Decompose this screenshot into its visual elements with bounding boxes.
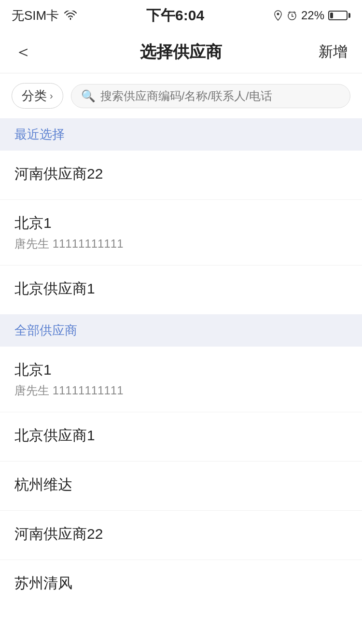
recent-section-header: 最近选择: [0, 118, 362, 151]
all-list-item[interactable]: 河南供应商22: [0, 511, 362, 560]
wifi-icon: [64, 11, 77, 20]
all-item-name: 北京1: [14, 360, 348, 380]
all-list-item[interactable]: 北京供应商1: [0, 412, 362, 462]
recent-item-name: 河南供应商22: [14, 164, 348, 184]
status-right: 22%: [273, 9, 350, 22]
search-input[interactable]: [100, 89, 340, 103]
all-section-label: 全部供应商: [14, 323, 77, 337]
battery-percent: 22%: [301, 9, 324, 22]
all-item-name: 北京供应商1: [14, 426, 348, 446]
back-button[interactable]: ＜: [14, 40, 43, 64]
battery-indicator: [328, 11, 350, 20]
status-time: 下午6:04: [146, 6, 204, 26]
recent-list-item[interactable]: 北京供应商1: [0, 266, 362, 314]
alarm-icon: [287, 10, 297, 21]
recent-section-label: 最近选择: [14, 127, 65, 141]
all-section-header: 全部供应商: [0, 314, 362, 347]
category-button[interactable]: 分类 ›: [12, 83, 63, 109]
search-box[interactable]: 🔍: [71, 84, 350, 108]
add-button[interactable]: 新增: [319, 42, 348, 62]
status-bar: 无SIM卡 下午6:04 22%: [0, 0, 362, 31]
recent-list-item[interactable]: 北京1唐先生 11111111111: [0, 200, 362, 266]
all-list-item[interactable]: 北京1唐先生 11111111111: [0, 347, 362, 412]
nav-bar: ＜ 选择供应商 新增: [0, 31, 362, 73]
chevron-right-icon: ›: [50, 90, 53, 101]
recent-list-item[interactable]: 河南供应商22: [0, 151, 362, 200]
search-icon: 🔍: [81, 89, 96, 103]
status-left: 无SIM卡: [12, 7, 77, 24]
page-title: 选择供应商: [140, 41, 222, 63]
all-item-name: 河南供应商22: [14, 524, 348, 544]
category-label: 分类: [22, 87, 47, 104]
location-icon: [273, 10, 283, 21]
carrier-label: 无SIM卡: [12, 7, 59, 24]
all-list-item[interactable]: 杭州维达: [0, 462, 362, 511]
recent-list: 河南供应商22北京1唐先生 11111111111北京供应商1: [0, 151, 362, 314]
all-list: 北京1唐先生 11111111111北京供应商1杭州维达河南供应商22苏州清风: [0, 347, 362, 609]
recent-item-name: 北京供应商1: [14, 279, 348, 299]
recent-item-name: 北京1: [14, 213, 348, 233]
all-item-name: 杭州维达: [14, 475, 348, 495]
all-item-name: 苏州清风: [14, 574, 348, 593]
filter-row: 分类 › 🔍: [0, 73, 362, 118]
all-list-item[interactable]: 苏州清风: [0, 560, 362, 609]
all-item-sub: 唐先生 11111111111: [14, 383, 348, 398]
recent-item-sub: 唐先生 11111111111: [14, 236, 348, 252]
svg-point-0: [277, 13, 279, 15]
